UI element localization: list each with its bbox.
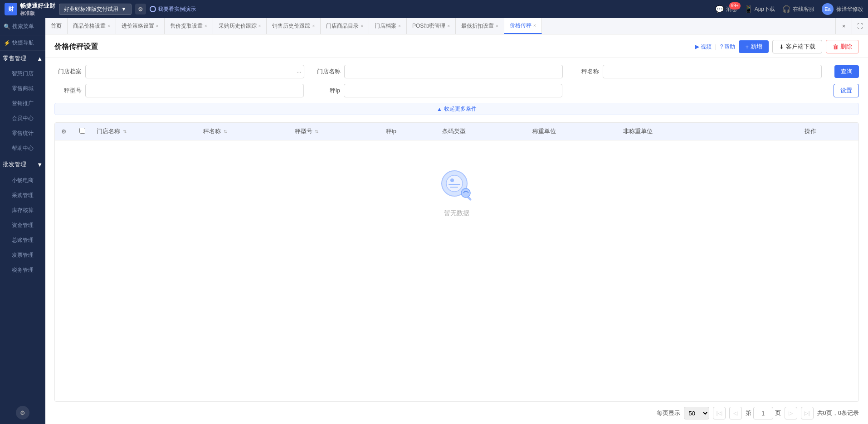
tab-min-discount[interactable]: 最低折扣设置 × bbox=[456, 18, 504, 34]
online-service-btn[interactable]: 🎧 在线客服 bbox=[782, 5, 814, 13]
sidebar-item-help[interactable]: 帮助中心 bbox=[0, 141, 45, 156]
first-page-btn[interactable]: |◁ bbox=[713, 407, 726, 419]
store-name-input[interactable] bbox=[344, 65, 563, 78]
message-btn[interactable]: 💬 消息 99+ bbox=[715, 5, 737, 14]
dropdown-icon: ▼ bbox=[121, 6, 127, 12]
sidebar-item-small-ecom[interactable]: 小畅电商 bbox=[0, 173, 45, 188]
sidebar-nav-btn[interactable]: ⚡ 快捷导航 bbox=[0, 35, 45, 51]
tab-pos-manage-close[interactable]: × bbox=[447, 24, 450, 29]
tab-bar: 首页 商品价格设置 × 进价策略设置 × 售价提取设置 × 采购历史价跟踪 × bbox=[45, 18, 868, 34]
last-page-btn[interactable]: ▷| bbox=[801, 407, 814, 419]
next-page-icon: ▷ bbox=[789, 410, 793, 416]
scale-name-label: 秤名称 bbox=[572, 67, 599, 76]
scale-model-input[interactable] bbox=[85, 84, 304, 97]
sidebar-group-retail-items: 智慧门店 零售商城 营销推广 会员中心 零售统计 帮助中心 bbox=[0, 66, 45, 156]
sort-icon-scale-model[interactable]: ⇅ bbox=[315, 129, 318, 134]
divider: | bbox=[715, 43, 717, 50]
sort-icon-store-name[interactable]: ⇅ bbox=[123, 129, 127, 134]
download-button[interactable]: ⬇ 客户端下载 bbox=[772, 40, 822, 53]
demo-label: 我要看实例演示 bbox=[158, 5, 196, 13]
scale-name-field: 秤名称 bbox=[572, 65, 822, 78]
tab-bar-actions: × ⛶ bbox=[835, 18, 868, 34]
sidebar-item-inventory[interactable]: 库存核算 bbox=[0, 203, 45, 218]
sidebar-item-capital[interactable]: 资金管理 bbox=[0, 218, 45, 233]
tab-price-setting-close[interactable]: × bbox=[107, 24, 110, 29]
scale-ip-label: 秤ip bbox=[313, 87, 340, 95]
delete-button[interactable]: 🗑 删除 bbox=[826, 40, 859, 53]
per-page-select[interactable]: 50 20 100 bbox=[684, 407, 709, 419]
scale-ip-input[interactable] bbox=[344, 84, 562, 97]
search-icon: 🔍 bbox=[4, 24, 10, 30]
video-link[interactable]: ▶ 视频 bbox=[695, 43, 712, 51]
page-input[interactable] bbox=[753, 407, 773, 419]
tab-store-catalog[interactable]: 门店商品目录 × bbox=[321, 18, 369, 34]
sidebar-group-wholesale-header[interactable]: 批发管理 ▼ bbox=[0, 157, 45, 172]
tab-pos-manage[interactable]: POS加密管理 × bbox=[407, 18, 456, 34]
collapse-btn[interactable]: ▲ 收起更多条件 bbox=[54, 103, 859, 115]
sidebar-bottom: ⚙ bbox=[0, 401, 45, 424]
sidebar-settings-btn[interactable]: ⚙ bbox=[16, 406, 29, 419]
sidebar-item-smart-store[interactable]: 智慧门店 bbox=[0, 66, 45, 81]
sidebar-item-invoice[interactable]: 发票管理 bbox=[0, 248, 45, 263]
sidebar-item-retail-mall[interactable]: 零售商城 bbox=[0, 81, 45, 96]
dots-icon[interactable]: ··· bbox=[297, 68, 302, 75]
query-button[interactable]: 查询 bbox=[834, 65, 859, 78]
tab-price-scale[interactable]: 价格传秤 × bbox=[504, 18, 542, 34]
tab-close-btn[interactable]: × bbox=[835, 18, 852, 34]
page-content: 价格传秤设置 ▶ 视频 | ? 帮助 + 新增 bbox=[45, 34, 868, 424]
store-file-input[interactable] bbox=[85, 65, 304, 78]
app-download-btn[interactable]: 📱 App下载 bbox=[744, 5, 775, 13]
tab-purchase-strategy-close[interactable]: × bbox=[156, 24, 159, 29]
tab-price-setting-label: 商品价格设置 bbox=[73, 22, 106, 30]
sidebar-item-marketing[interactable]: 营销推广 bbox=[0, 96, 45, 111]
sidebar-item-purchase[interactable]: 采购管理 bbox=[0, 188, 45, 203]
version-selector[interactable]: 好业财标准版交付试用 ▼ bbox=[59, 4, 132, 15]
tab-sale-history-close[interactable]: × bbox=[312, 24, 315, 29]
tab-purchase-strategy[interactable]: 进价策略设置 × bbox=[116, 18, 165, 34]
help-link[interactable]: ? 帮助 bbox=[720, 43, 736, 51]
sidebar-item-general-ledger[interactable]: 总账管理 bbox=[0, 233, 45, 248]
tab-sale-extract[interactable]: 售价提取设置 × bbox=[165, 18, 213, 34]
app-container: 财 畅捷通好业财 标准版 好业财标准版交付试用 ▼ ⚙ 我要看实例演示 💬 bbox=[0, 0, 868, 424]
sidebar-group-wholesale: 批发管理 ▼ bbox=[0, 157, 45, 172]
store-name-field: 门店名称 bbox=[313, 65, 563, 78]
per-page-label: 每页显示 bbox=[657, 409, 680, 417]
tab-store-catalog-close[interactable]: × bbox=[361, 24, 363, 29]
collapse-label: 收起更多条件 bbox=[444, 105, 477, 113]
scale-name-input[interactable] bbox=[603, 65, 822, 78]
demo-btn[interactable]: 我要看实例演示 bbox=[150, 5, 196, 13]
next-page-btn[interactable]: ▷ bbox=[785, 407, 797, 419]
tab-sale-extract-close[interactable]: × bbox=[205, 24, 207, 29]
sidebar-item-tax[interactable]: 税务管理 bbox=[0, 263, 45, 278]
sidebar-item-member[interactable]: 会员中心 bbox=[0, 111, 45, 126]
settings-button[interactable]: 设置 bbox=[834, 84, 859, 97]
tab-purchase-history-label: 采购历史价跟踪 bbox=[219, 22, 257, 30]
select-all-checkbox[interactable] bbox=[79, 128, 85, 134]
tab-purchase-history-close[interactable]: × bbox=[258, 24, 261, 29]
sidebar-group-retail-header[interactable]: 零售管理 ▲ bbox=[0, 51, 45, 66]
tab-price-scale-close[interactable]: × bbox=[533, 24, 536, 28]
tab-purchase-history[interactable]: 采购历史价跟踪 × bbox=[213, 18, 267, 34]
col-settings-icon[interactable]: ⚙ bbox=[61, 128, 67, 135]
add-button[interactable]: + 新增 bbox=[739, 40, 769, 53]
user-profile[interactable]: Ea 徐泽华修改 bbox=[822, 3, 863, 15]
sidebar-item-retail-stats[interactable]: 零售统计 bbox=[0, 126, 45, 141]
tab-store-file-close[interactable]: × bbox=[398, 24, 401, 29]
sidebar-search-btn[interactable]: 🔍 搜索菜单 bbox=[0, 18, 45, 35]
prev-page-icon: ◁ bbox=[733, 410, 737, 416]
tab-maximize-btn[interactable]: ⛶ bbox=[852, 18, 868, 34]
tab-store-file[interactable]: 门店档案 × bbox=[369, 18, 407, 34]
download-icon: 📱 bbox=[744, 5, 753, 13]
col-non-weight-unit: 非称重单位 bbox=[618, 123, 799, 140]
sort-icon-scale-name[interactable]: ⇅ bbox=[224, 129, 227, 134]
wholesale-group-label: 批发管理 bbox=[3, 160, 26, 169]
tab-min-discount-close[interactable]: × bbox=[496, 24, 498, 29]
prev-page-btn[interactable]: ◁ bbox=[729, 407, 742, 419]
version-settings-btn[interactable]: ⚙ bbox=[135, 4, 146, 14]
store-file-label: 门店档案 bbox=[54, 67, 82, 76]
svg-rect-6 bbox=[450, 187, 458, 188]
message-badge: 99+ bbox=[729, 2, 741, 10]
tab-sale-history[interactable]: 销售历史价跟踪 × bbox=[267, 18, 321, 34]
tab-price-setting[interactable]: 商品价格设置 × bbox=[68, 18, 116, 34]
tab-home[interactable]: 首页 bbox=[45, 18, 68, 34]
